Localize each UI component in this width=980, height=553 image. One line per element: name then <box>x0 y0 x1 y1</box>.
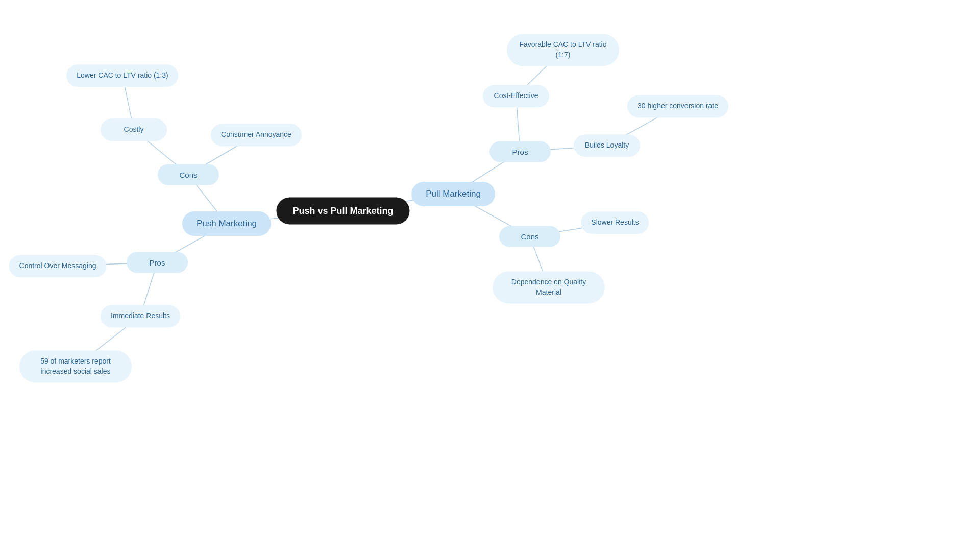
node-pull_pros_conversion: 30 higher conversion rate <box>627 95 728 117</box>
node-pull_marketing: Pull Marketing <box>411 182 495 206</box>
node-push_marketing: Push Marketing <box>182 211 271 236</box>
node-push_pros_control: Control Over Messaging <box>9 255 107 277</box>
node-pull_cons_slower: Slower Results <box>581 211 649 234</box>
node-push_cons_ltv: Lower CAC to LTV ratio (1:3) <box>66 64 178 87</box>
node-pull_pros_costeff: Cost-Effective <box>483 85 549 107</box>
node-pull_cons_quality: Dependence on Quality Material <box>493 271 605 303</box>
node-push_pros_immediate: Immediate Results <box>101 305 180 327</box>
node-push_cons_annoyance: Consumer Annoyance <box>211 124 302 146</box>
node-pull_pros_ltv: Favorable CAC to LTV ratio (1:7) <box>507 34 619 66</box>
node-push_pros_social: 59 of marketers report increased social … <box>19 350 132 382</box>
node-pull_cons: Cons <box>499 226 560 247</box>
node-push_pros: Pros <box>127 252 188 273</box>
node-push_cons: Cons <box>158 164 219 185</box>
node-push_cons_costly: Costly <box>101 118 167 141</box>
mind-map: Push vs Pull MarketingPush MarketingPull… <box>0 0 980 553</box>
node-pull_pros: Pros <box>489 141 551 162</box>
node-center: Push vs Pull Marketing <box>276 198 409 225</box>
node-pull_pros_loyalty: Builds Loyalty <box>574 134 640 157</box>
